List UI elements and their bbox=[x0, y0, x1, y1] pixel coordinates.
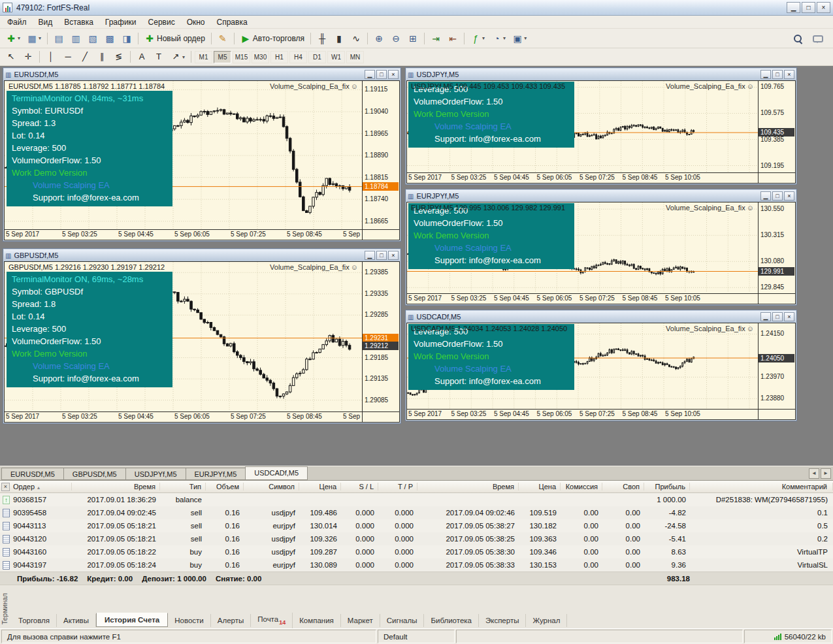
strategy-tester-button[interactable]: ◨ bbox=[119, 31, 135, 46]
chart-canvas[interactable]: EURJPYf,M5 129.995 130.006 129.982 129.9… bbox=[407, 202, 759, 293]
chart-minimize-button[interactable]: ▁ bbox=[365, 251, 375, 260]
arrows-button[interactable]: ↗▾ bbox=[168, 50, 188, 64]
column-header-11[interactable]: Своп bbox=[602, 483, 644, 491]
terminal-tab-5[interactable]: Почта14 bbox=[251, 613, 293, 628]
chart-minimize-button[interactable]: ▁ bbox=[760, 312, 771, 321]
text-label-button[interactable]: T bbox=[151, 50, 167, 64]
chart-close-button[interactable]: × bbox=[784, 191, 794, 201]
time-axis[interactable]: 5 Sep 20175 Sep 03:255 Sep 04:455 Sep 06… bbox=[407, 172, 759, 183]
chart-restore-button[interactable]: □ bbox=[772, 70, 783, 79]
status-profile[interactable]: Default bbox=[378, 630, 455, 643]
minimize-button[interactable]: ▁ bbox=[787, 2, 800, 13]
terminal-button[interactable]: ▩ bbox=[102, 31, 118, 46]
timeframe-m15-button[interactable]: M15 bbox=[233, 51, 250, 63]
navigator-button[interactable]: ▧ bbox=[85, 31, 101, 46]
chart-restore-button[interactable]: □ bbox=[376, 70, 387, 79]
bar-chart-button[interactable]: ╫ bbox=[314, 31, 330, 46]
menu-item-4[interactable]: Сервис bbox=[142, 16, 181, 28]
chart-minimize-button[interactable]: ▁ bbox=[760, 70, 771, 79]
chart-canvas[interactable]: EURUSDf,M5 1.18785 1.18792 1.18771 1.187… bbox=[5, 81, 363, 229]
timeframe-h1-button[interactable]: H1 bbox=[270, 51, 288, 63]
terminal-tab-2[interactable]: История Счета bbox=[96, 613, 168, 627]
history-row[interactable]: 904431972017.09.05 05:18:24buy0.16eurjpy… bbox=[0, 558, 833, 572]
price-scale[interactable]: 1.191151.190401.189651.188901.188151.187… bbox=[363, 81, 399, 229]
menu-item-2[interactable]: Вставка bbox=[58, 16, 99, 28]
close-button[interactable]: × bbox=[817, 2, 830, 13]
zoom-in-button[interactable]: ⊕ bbox=[371, 31, 387, 46]
column-header-8[interactable]: Время bbox=[417, 483, 519, 491]
chart-window-titlebar[interactable]: ▥ EURUSDf,M5 ▁ □ × bbox=[4, 69, 400, 80]
terminal-tab-9[interactable]: Библиотека bbox=[424, 614, 479, 627]
autotrade-button[interactable]: ▶Авто-торговля bbox=[238, 31, 307, 46]
time-axis[interactable]: 5 Sep 20175 Sep 03:255 Sep 04:455 Sep 06… bbox=[407, 293, 759, 304]
tab-scroll-right-button[interactable]: ► bbox=[821, 468, 831, 479]
chat-button[interactable] bbox=[810, 31, 826, 46]
periods-button[interactable]: ◔▾ bbox=[489, 31, 508, 46]
menu-item-5[interactable]: Окно bbox=[181, 16, 211, 28]
time-axis[interactable]: 5 Sep 20175 Sep 03:255 Sep 04:455 Sep 06… bbox=[5, 411, 363, 422]
chart-shift-button[interactable]: ⇤ bbox=[445, 31, 461, 46]
new-chart-button[interactable]: ✚▾ bbox=[3, 31, 23, 46]
column-header-1[interactable]: Время bbox=[72, 483, 160, 491]
chart-window-titlebar[interactable]: ▥ EURJPYf,M5 ▁ □ × bbox=[406, 190, 796, 202]
column-header-6[interactable]: S / L bbox=[341, 483, 378, 491]
column-header-3[interactable]: Объем bbox=[206, 483, 244, 491]
chart-window-titlebar[interactable]: ▥ GBPUSDf,M5 ▁ □ × bbox=[4, 250, 400, 261]
chart-close-button[interactable]: × bbox=[784, 70, 794, 79]
chart-restore-button[interactable]: □ bbox=[772, 191, 783, 201]
metaeditor-button[interactable]: ✎ bbox=[215, 31, 231, 46]
chart-minimize-button[interactable]: ▁ bbox=[365, 70, 375, 79]
chart-restore-button[interactable]: □ bbox=[772, 312, 783, 321]
price-scale[interactable]: 109.765109.575109.385109.195109.435 bbox=[759, 81, 795, 172]
timeframe-w1-button[interactable]: W1 bbox=[327, 51, 345, 63]
terminal-tab-4[interactable]: Алерты bbox=[211, 614, 251, 627]
terminal-close-button[interactable]: × bbox=[1, 483, 10, 491]
chart-minimize-button[interactable]: ▁ bbox=[760, 191, 771, 201]
column-header-7[interactable]: T / P bbox=[378, 483, 417, 491]
tile-windows-button[interactable]: ⊞ bbox=[405, 31, 421, 46]
menu-item-1[interactable]: Вид bbox=[33, 16, 59, 28]
menu-item-0[interactable]: Файл bbox=[1, 16, 33, 28]
menu-item-3[interactable]: Графики bbox=[99, 16, 142, 28]
column-header-13[interactable]: Комментарий bbox=[690, 483, 833, 491]
history-row[interactable]: 904431132017.09.05 05:18:21sell0.16eurjp… bbox=[0, 519, 833, 532]
tab-scroll-left-button[interactable]: ◄ bbox=[809, 468, 819, 479]
terminal-tab-10[interactable]: Эксперты bbox=[479, 614, 526, 627]
zoom-out-button[interactable]: ⊖ bbox=[388, 31, 404, 46]
auto-scroll-button[interactable]: ⇥ bbox=[428, 31, 444, 46]
terminal-tab-7[interactable]: Маркет bbox=[341, 614, 380, 627]
chart-canvas[interactable]: USDCADf,M5 1.24034 1.24053 1.24028 1.240… bbox=[407, 323, 759, 409]
indicators-button[interactable]: ƒ▾ bbox=[468, 31, 487, 46]
menu-item-6[interactable]: Справка bbox=[211, 16, 253, 28]
candle-chart-button[interactable]: ▮ bbox=[331, 31, 347, 46]
text-button[interactable]: A bbox=[134, 50, 150, 64]
terminal-tab-1[interactable]: Активы bbox=[57, 614, 96, 627]
terminal-tab-0[interactable]: Торговля bbox=[12, 614, 57, 627]
history-row[interactable]: ↑903681572017.09.01 18:36:29balance1 000… bbox=[0, 493, 833, 506]
timeframe-mn-button[interactable]: MN bbox=[346, 51, 364, 63]
terminal-tab-6[interactable]: Компания bbox=[293, 614, 341, 627]
terminal-tab-11[interactable]: Журнал bbox=[526, 614, 567, 627]
price-scale[interactable]: 1.241501.239701.238801.24050 bbox=[759, 323, 795, 409]
timeframe-m1-button[interactable]: M1 bbox=[195, 51, 212, 63]
chart-restore-button[interactable]: □ bbox=[376, 251, 387, 260]
history-row[interactable]: 904431602017.09.05 05:18:22buy0.16usdjpy… bbox=[0, 545, 833, 558]
chart-canvas[interactable]: GBPUSDf,M5 1.29216 1.29230 1.29197 1.292… bbox=[5, 262, 363, 411]
chart-tab-0[interactable]: EURUSDf,M5 bbox=[1, 468, 64, 480]
trendline-button[interactable]: ╱ bbox=[77, 50, 93, 64]
new-order-button[interactable]: ✚Новый ордер bbox=[142, 31, 208, 46]
timeframe-h4-button[interactable]: H4 bbox=[289, 51, 307, 63]
horizontal-line-button[interactable]: ─ bbox=[60, 50, 76, 64]
chart-canvas[interactable]: USDJPYf,M5 109.445 109.453 109.433 109.4… bbox=[407, 81, 759, 172]
history-row[interactable]: 903954582017.09.04 09:02:45sell0.16usdjp… bbox=[0, 506, 833, 519]
terminal-tab-3[interactable]: Новости bbox=[168, 614, 211, 627]
crosshair-button[interactable]: ✛ bbox=[20, 50, 36, 64]
column-header-10[interactable]: Комиссия bbox=[561, 483, 602, 491]
chart-close-button[interactable]: × bbox=[388, 70, 399, 79]
profiles-button[interactable]: ▦▾ bbox=[24, 31, 44, 46]
chart-tab-1[interactable]: GBPUSDf,M5 bbox=[63, 468, 126, 480]
chart-close-button[interactable]: × bbox=[388, 251, 399, 260]
restore-button[interactable]: □ bbox=[802, 2, 815, 13]
column-header-4[interactable]: Символ bbox=[244, 483, 299, 491]
column-header-0[interactable]: Ордер▴ bbox=[0, 483, 72, 491]
